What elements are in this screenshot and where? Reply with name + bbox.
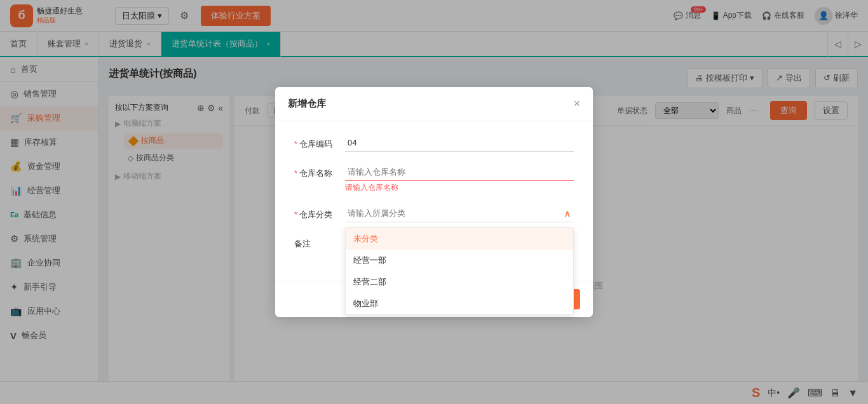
code-input-wrap (345, 134, 574, 152)
name-label: *仓库名称 (294, 163, 345, 179)
dropdown-item-dept1[interactable]: 经营一部 (346, 250, 573, 271)
category-input[interactable] (345, 205, 574, 222)
dropdown-item-none[interactable]: 未分类 (346, 228, 573, 250)
category-label: *仓库分类 (294, 205, 345, 220)
code-label: *仓库编码 (294, 134, 345, 150)
category-input-wrap: ∧ 未分类 经营一部 经营二部 物业部 (345, 205, 574, 222)
form-row-name: *仓库名称 请输入仓库名称 (294, 163, 574, 193)
category-arrow-icon[interactable]: ∧ (564, 208, 571, 220)
name-error-msg: 请输入仓库名称 (345, 182, 574, 193)
dialog-body: *仓库编码 *仓库名称 请输入仓库名称 *仓库分类 ∧ (275, 121, 593, 281)
name-input[interactable] (345, 163, 574, 181)
form-row-code: *仓库编码 (294, 134, 574, 152)
code-input[interactable] (345, 134, 574, 152)
form-row-category: *仓库分类 ∧ 未分类 经营一部 经营二部 物业部 (294, 205, 574, 222)
required-mark-name: * (294, 168, 297, 178)
category-dropdown: 未分类 经营一部 经营二部 物业部 (345, 227, 574, 315)
required-mark-cat: * (294, 210, 297, 219)
name-input-wrap: 请输入仓库名称 (345, 163, 574, 193)
dropdown-item-dept3[interactable]: 物业部 (346, 293, 573, 314)
dialog-header: 新增仓库 × (275, 87, 593, 121)
remark-label: 备注 (294, 234, 345, 250)
dropdown-item-dept2[interactable]: 经营二部 (346, 271, 573, 293)
new-warehouse-dialog: 新增仓库 × *仓库编码 *仓库名称 请输入仓库名称 *仓库分类 (275, 87, 593, 317)
dialog-close-button[interactable]: × (573, 97, 580, 111)
dialog-title: 新增仓库 (288, 98, 326, 110)
required-mark-code: * (294, 139, 297, 149)
